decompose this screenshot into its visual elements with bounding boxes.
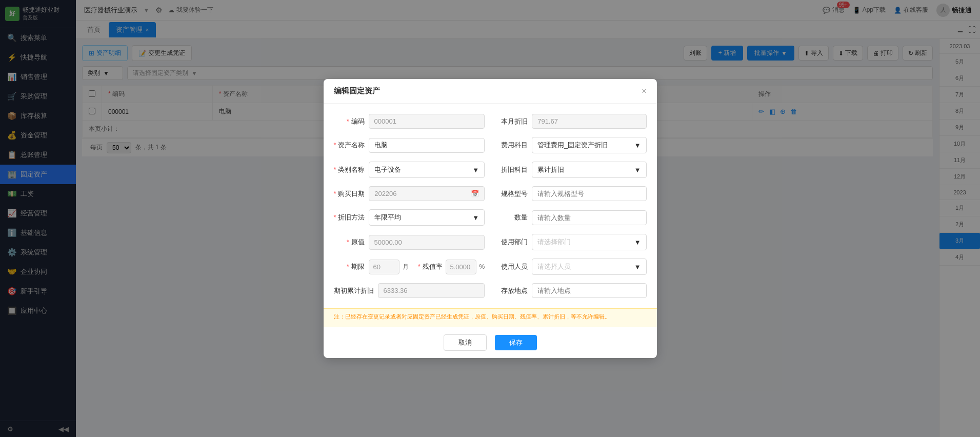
form-row-purchase-date: 购买日期 202206 📅 bbox=[334, 186, 485, 201]
purchase-date-value: 202206 bbox=[374, 190, 396, 197]
period-cumulative-dep-label: 期初累计折旧 bbox=[334, 286, 374, 295]
category-field-label: 类别名称 bbox=[334, 165, 365, 174]
form-row-user: 使用人员 请选择人员 ▼ bbox=[497, 259, 646, 275]
period-input[interactable] bbox=[369, 260, 399, 274]
dep-method-value: 年限平均 bbox=[374, 213, 401, 222]
dep-account-select[interactable]: 累计折旧 ▼ bbox=[532, 162, 646, 178]
modal-close-btn[interactable]: × bbox=[642, 87, 646, 96]
form-row-period: 期限 月 残值率 % bbox=[334, 259, 485, 275]
cancel-btn[interactable]: 取消 bbox=[444, 334, 487, 351]
name-label: 资产名称 bbox=[334, 141, 365, 150]
form-row-dep-account: 折旧科目 累计折旧 ▼ bbox=[497, 162, 646, 178]
form-row-quantity: 数量 bbox=[497, 209, 646, 226]
original-value-input[interactable] bbox=[369, 235, 485, 250]
form-row-dep-method: 折旧方法 年限平均 ▼ bbox=[334, 209, 485, 226]
form-row-period-cumulative-dep: 期初累计折旧 bbox=[334, 283, 485, 298]
purchase-date-input[interactable]: 202206 📅 bbox=[369, 186, 485, 201]
residual-rate-input[interactable] bbox=[446, 260, 476, 274]
department-select[interactable]: 请选择部门 ▼ bbox=[532, 234, 646, 250]
department-chevron: ▼ bbox=[634, 239, 641, 246]
code-input[interactable] bbox=[369, 114, 485, 129]
spec-model-input[interactable] bbox=[532, 186, 646, 201]
monthly-dep-input[interactable] bbox=[532, 114, 646, 129]
quantity-input[interactable] bbox=[532, 210, 646, 225]
monthly-dep-label: 本月折旧 bbox=[497, 117, 528, 126]
user-label: 使用人员 bbox=[497, 262, 528, 271]
period-label: 期限 bbox=[334, 262, 365, 271]
expense-account-chevron: ▼ bbox=[634, 142, 641, 149]
form-row-code: 编码 bbox=[334, 114, 485, 129]
expense-account-select[interactable]: 管理费用_固定资产折旧 ▼ bbox=[532, 137, 646, 153]
modal-footer: 取消 保存 bbox=[324, 327, 657, 358]
expense-account-label: 费用科目 bbox=[497, 141, 528, 150]
storage-label: 存放地点 bbox=[497, 286, 528, 295]
modal-title: 编辑固定资产 bbox=[334, 86, 380, 96]
period-group: 月 残值率 % bbox=[369, 260, 485, 274]
form-row-department: 使用部门 请选择部门 ▼ bbox=[497, 234, 646, 250]
purchase-date-label: 购买日期 bbox=[334, 189, 365, 198]
form-row-category: 类别名称 电子设备 ▼ bbox=[334, 162, 485, 178]
expense-account-value: 管理费用_固定资产折旧 bbox=[537, 141, 608, 150]
department-placeholder: 请选择部门 bbox=[537, 237, 571, 247]
residual-rate-unit: % bbox=[479, 263, 485, 270]
category-field-select[interactable]: 电子设备 ▼ bbox=[369, 162, 485, 178]
original-value-label: 原值 bbox=[334, 237, 365, 247]
form-row-original-value: 原值 bbox=[334, 234, 485, 250]
form-row-spec-model: 规格型号 bbox=[497, 186, 646, 201]
modal-header: 编辑固定资产 × bbox=[324, 79, 657, 104]
user-chevron: ▼ bbox=[634, 263, 641, 271]
category-field-value: 电子设备 bbox=[374, 165, 401, 174]
category-field-chevron: ▼ bbox=[472, 166, 479, 174]
form-row-name: 资产名称 bbox=[334, 137, 485, 153]
spec-model-label: 规格型号 bbox=[497, 189, 528, 198]
form-row-storage: 存放地点 bbox=[497, 283, 646, 298]
save-btn[interactable]: 保存 bbox=[495, 335, 537, 350]
form-row-expense-account: 费用科目 管理费用_固定资产折旧 ▼ bbox=[497, 137, 646, 153]
user-placeholder: 请选择人员 bbox=[537, 262, 571, 271]
form-row-monthly-dep: 本月折旧 bbox=[497, 114, 646, 129]
modal-overlay: 编辑固定资产 × 编码 本月折旧 资产名称 费用科目 bbox=[0, 0, 980, 437]
calendar-icon: 📅 bbox=[471, 190, 479, 197]
period-unit: 月 bbox=[403, 263, 409, 271]
edit-asset-modal: 编辑固定资产 × 编码 本月折旧 资产名称 费用科目 bbox=[324, 79, 657, 358]
dep-method-label: 折旧方法 bbox=[334, 213, 365, 222]
department-label: 使用部门 bbox=[497, 237, 528, 247]
dep-account-chevron: ▼ bbox=[634, 166, 641, 174]
name-input[interactable] bbox=[369, 138, 485, 153]
dep-method-select[interactable]: 年限平均 ▼ bbox=[369, 209, 485, 226]
modal-note: 注：已经存在变更记录或者对应固定资产已经生成凭证，原值、购买日期、残值率、累计折… bbox=[324, 308, 657, 327]
user-select[interactable]: 请选择人员 ▼ bbox=[532, 259, 646, 275]
dep-account-label: 折旧科目 bbox=[497, 165, 528, 174]
code-label: 编码 bbox=[334, 117, 365, 126]
storage-input[interactable] bbox=[532, 283, 646, 298]
residual-rate-label: 残值率 bbox=[412, 262, 443, 271]
quantity-label: 数量 bbox=[497, 213, 528, 222]
period-cumulative-dep-input[interactable] bbox=[378, 283, 485, 298]
modal-body: 编码 本月折旧 资产名称 费用科目 管理费用_固定资产折旧 ▼ bbox=[324, 104, 657, 308]
dep-method-chevron: ▼ bbox=[472, 214, 479, 222]
dep-account-value: 累计折旧 bbox=[537, 165, 564, 174]
